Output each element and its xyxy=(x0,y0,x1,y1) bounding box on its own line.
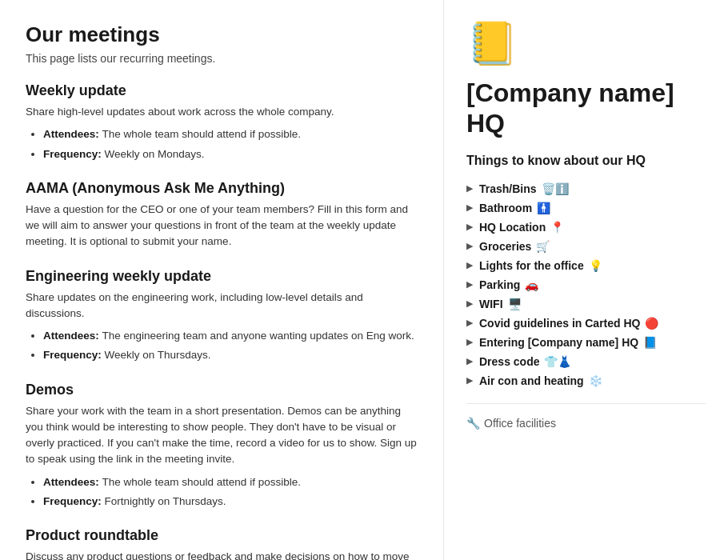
bullet-list-demos: Attendees: The whole team should attend … xyxy=(26,474,418,510)
sections-container: Weekly updateShare high-level updates ab… xyxy=(26,82,418,560)
hq-item-label: Covid guidelines in Carted HQ xyxy=(479,317,640,330)
expand-arrow-icon: ▶ xyxy=(466,318,473,328)
hq-list-item[interactable]: ▶Parking 🚗 xyxy=(466,275,706,294)
bullet-list-weekly-update: Attendees: The whole team should attend … xyxy=(26,126,418,162)
expand-arrow-icon: ▶ xyxy=(466,298,473,309)
hq-item-emojis: 💡 xyxy=(589,259,602,272)
expand-arrow-icon: ▶ xyxy=(466,356,473,366)
section-heading-product-roundtable: Product roundtable xyxy=(26,527,418,544)
hq-section-title: Things to know about our HQ xyxy=(466,154,706,168)
hq-list-item[interactable]: ▶Dress code 👕👗 xyxy=(466,352,706,371)
expand-arrow-icon: ▶ xyxy=(466,183,473,194)
hq-list-item[interactable]: ▶Covid guidelines in Carted HQ 🔴 xyxy=(466,314,706,333)
expand-arrow-icon: ▶ xyxy=(466,222,473,232)
hq-item-emojis: 📍 xyxy=(550,221,564,234)
hq-list-item[interactable]: ▶WIFI 🖥️ xyxy=(466,294,706,314)
divider xyxy=(466,403,706,404)
hq-item-emojis: 🛒 xyxy=(536,240,550,253)
bullet-item: Frequency: Weekly on Thursdays. xyxy=(43,347,418,363)
company-title: [Company name] HQ xyxy=(466,78,706,139)
section-desc-demos: Share your work with the team in a short… xyxy=(26,403,418,468)
hq-item-label: Bathroom xyxy=(479,202,532,214)
hq-item-emojis: ❄️ xyxy=(589,374,602,387)
bullet-item: Frequency: Weekly on Mondays. xyxy=(43,146,418,162)
hq-item-emojis: 📘 xyxy=(643,336,657,349)
hq-list-item[interactable]: ▶Bathroom 🚹 xyxy=(466,198,706,218)
hq-item-label: WIFI xyxy=(479,298,503,310)
section-desc-weekly-update: Share high-level updates about work acro… xyxy=(26,104,418,120)
hq-item-emojis: 🔴 xyxy=(645,317,658,330)
section-desc-product-roundtable: Discuss any product questions or feedbac… xyxy=(26,549,418,560)
bullet-item: Frequency: Fortnightly on Thursdays. xyxy=(43,494,418,510)
hq-list: ▶Trash/Bins 🗑️ℹ️▶Bathroom 🚹▶HQ Location … xyxy=(466,179,706,390)
hq-list-item[interactable]: ▶Groceries 🛒 xyxy=(466,237,706,256)
expand-arrow-icon: ▶ xyxy=(466,241,473,251)
hq-item-label: Lights for the office xyxy=(479,259,584,272)
expand-arrow-icon: ▶ xyxy=(466,260,473,270)
expand-arrow-icon: ▶ xyxy=(466,337,473,347)
page-subtitle: This page lists our recurring meetings. xyxy=(26,52,418,65)
page-title: Our meetings xyxy=(26,22,418,47)
office-facilities-label: Office facilities xyxy=(484,417,556,430)
section-heading-aama: AAMA (Anonymous Ask Me Anything) xyxy=(26,180,418,197)
bullet-item: Attendees: The whole team should attend … xyxy=(43,126,418,142)
hq-item-label: Parking xyxy=(479,278,520,291)
hq-item-label: Dress code xyxy=(479,355,539,368)
expand-arrow-icon: ▶ xyxy=(466,202,473,213)
section-desc-eng-weekly: Share updates on the engineering work, i… xyxy=(26,290,418,322)
expand-arrow-icon: ▶ xyxy=(466,279,473,290)
section-eng-weekly: Engineering weekly updateShare updates o… xyxy=(26,268,418,364)
right-panel: 📒 [Company name] HQ Things to know about… xyxy=(444,0,728,560)
section-demos: DemosShare your work with the team in a … xyxy=(26,382,418,510)
section-heading-demos: Demos xyxy=(26,382,418,398)
hq-item-emojis: 🚗 xyxy=(525,278,538,291)
hq-item-emojis: 🖥️ xyxy=(508,298,522,310)
hq-list-item[interactable]: ▶Lights for the office 💡 xyxy=(466,256,706,275)
hq-list-item[interactable]: ▶HQ Location 📍 xyxy=(466,218,706,237)
hq-item-emojis: 🗑️ℹ️ xyxy=(542,182,569,195)
section-heading-weekly-update: Weekly update xyxy=(26,82,418,99)
section-heading-eng-weekly: Engineering weekly update xyxy=(26,268,418,285)
hq-item-emojis: 🚹 xyxy=(537,202,550,214)
left-panel: Our meetings This page lists our recurri… xyxy=(0,0,444,560)
hq-item-label: Air con and heating xyxy=(479,374,584,387)
bullet-item: Attendees: The engineering team and anyo… xyxy=(43,328,418,344)
hq-list-item[interactable]: ▶Trash/Bins 🗑️ℹ️ xyxy=(466,179,706,198)
hq-item-label: Entering [Company name] HQ xyxy=(479,336,638,349)
section-desc-aama: Have a question for the CEO or one of yo… xyxy=(26,202,418,250)
hq-list-item[interactable]: ▶Entering [Company name] HQ 📘 xyxy=(466,333,706,352)
office-facilities[interactable]: 🔧 Office facilities xyxy=(466,417,706,430)
hq-item-emojis: 👕👗 xyxy=(544,355,571,368)
notebook-icon: 📒 xyxy=(466,19,706,68)
bullet-list-eng-weekly: Attendees: The engineering team and anyo… xyxy=(26,328,418,364)
section-weekly-update: Weekly updateShare high-level updates ab… xyxy=(26,82,418,162)
hq-item-label: HQ Location xyxy=(479,221,546,234)
hq-list-item[interactable]: ▶Air con and heating ❄️ xyxy=(466,371,706,390)
section-product-roundtable: Product roundtableDiscuss any product qu… xyxy=(26,527,418,560)
bullet-item: Attendees: The whole team should attend … xyxy=(43,474,418,490)
hq-item-label: Groceries xyxy=(479,240,531,253)
expand-arrow-icon: ▶ xyxy=(466,375,473,386)
wrench-icon: 🔧 xyxy=(466,417,480,430)
hq-item-label: Trash/Bins xyxy=(479,182,537,195)
section-aama: AAMA (Anonymous Ask Me Anything)Have a q… xyxy=(26,180,418,250)
